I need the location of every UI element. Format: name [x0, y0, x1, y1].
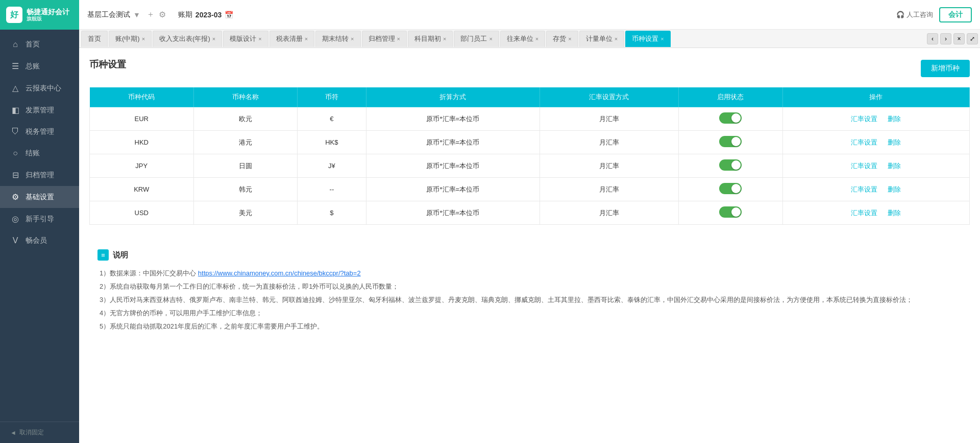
tab-period-end-label: 期末结转 [322, 34, 349, 43]
tab-unit-close[interactable]: × [615, 36, 618, 42]
sidebar-item-home[interactable]: ⌂ 首页 [0, 34, 79, 55]
status-toggle[interactable] [719, 206, 742, 218]
tab-period-end-close[interactable]: × [351, 36, 354, 42]
cell-code: HKD [90, 131, 194, 154]
tab-subject-close[interactable]: × [443, 36, 446, 42]
tab-subject[interactable]: 科目期初 × [408, 31, 453, 47]
rate-setting-link[interactable]: 汇率设置 [851, 209, 877, 217]
tab-tax[interactable]: 税表清册 × [270, 31, 314, 47]
sidebar-item-invoice[interactable]: ◧ 发票管理 [0, 99, 79, 121]
tab-nav-buttons: ‹ › × ⤢ [927, 33, 978, 44]
rate-setting-link[interactable]: 汇率设置 [851, 138, 877, 146]
guide-icon: ◎ [10, 214, 20, 224]
status-toggle[interactable] [719, 183, 742, 194]
tab-dept-close[interactable]: × [489, 36, 492, 42]
tab-partner-close[interactable]: × [535, 36, 538, 42]
tab-currency-label: 币种设置 [632, 34, 658, 43]
status-toggle[interactable] [719, 112, 742, 124]
sidebar-item-ledger-label: 总账 [26, 62, 40, 71]
archive-icon: ⊟ [10, 170, 20, 180]
reports-icon: △ [10, 83, 20, 93]
tab-close-all[interactable]: × [953, 33, 965, 44]
delete-link[interactable]: 删除 [888, 185, 901, 193]
sidebar-item-settings[interactable]: ⚙ 基础设置 [0, 186, 79, 208]
page-content: 币种设置 新增币种 币种代码 币种名称 币符 折算方式 汇率设置方式 启用状态 … [79, 48, 980, 443]
delete-link[interactable]: 删除 [888, 162, 901, 170]
tab-unit[interactable]: 计量单位 × [579, 31, 624, 47]
tab-nav-next[interactable]: › [940, 33, 951, 44]
col-action: 操作 [782, 87, 969, 107]
sidebar-item-tax-label: 税务管理 [26, 127, 54, 136]
cell-status[interactable] [679, 201, 783, 225]
tab-partner[interactable]: 往来单位 × [500, 31, 545, 47]
consult-button[interactable]: 🎧 人工咨询 [896, 10, 933, 19]
delete-link[interactable]: 删除 [888, 115, 901, 123]
cell-method: 原币*汇率=本位币 [366, 154, 540, 178]
notes-external-link[interactable]: https://www.chinamoney.com.cn/chinese/bk… [198, 269, 361, 277]
rate-setting-link[interactable]: 汇率设置 [851, 115, 877, 123]
sidebar-item-archive[interactable]: ⊟ 归档管理 [0, 164, 79, 186]
sidebar-item-reports[interactable]: △ 云报表中心 [0, 77, 79, 99]
tab-nav-prev[interactable]: ‹ [927, 33, 938, 44]
status-toggle[interactable] [719, 159, 742, 171]
tab-zhangqimid-close[interactable]: × [142, 36, 145, 42]
col-code: 币种代码 [90, 87, 194, 107]
tab-inventory[interactable]: 存货 × [546, 31, 578, 47]
tab-income[interactable]: 收入支出表(年报) × [153, 31, 222, 47]
status-toggle[interactable] [719, 136, 742, 147]
new-currency-button[interactable]: 新增币种 [921, 60, 970, 77]
sidebar-item-settlement-label: 结账 [26, 149, 40, 158]
add-tab-btn[interactable]: ＋ [146, 9, 155, 20]
cell-action: 汇率设置 删除 [782, 201, 969, 225]
cell-status[interactable] [679, 154, 783, 178]
cell-code: JPY [90, 154, 194, 178]
col-rate-type: 汇率设置方式 [540, 87, 678, 107]
sidebar-nav: ⌂ 首页 ☰ 总账 △ 云报表中心 ◧ 发票管理 ⛉ 税务管理 ○ 结账 ⊟ 归… [0, 30, 79, 422]
tab-dept[interactable]: 部门员工 × [454, 31, 499, 47]
tab-expand[interactable]: ⤢ [967, 33, 978, 44]
tab-dept-label: 部门员工 [460, 34, 487, 43]
tab-inventory-close[interactable]: × [568, 36, 571, 42]
settings-icon: ⚙ [10, 192, 20, 202]
rate-setting-link[interactable]: 汇率设置 [851, 185, 877, 193]
sidebar-item-member[interactable]: V 畅会员 [0, 230, 79, 251]
company-selector[interactable]: 基层工会测试 ▼ [87, 10, 140, 19]
tab-template[interactable]: 模版设计 × [223, 31, 268, 47]
tab-home[interactable]: 首页 [81, 31, 108, 47]
col-symbol: 币符 [298, 87, 366, 107]
period-label: 账期 [178, 10, 192, 19]
tab-archive-close[interactable]: × [397, 36, 400, 42]
calendar-icon[interactable]: 📅 [225, 11, 233, 19]
notes-title: ≡ 说明 [97, 249, 962, 261]
tab-currency[interactable]: 币种设置 × [625, 31, 670, 47]
cell-status[interactable] [679, 107, 783, 131]
tab-tax-close[interactable]: × [305, 36, 308, 42]
cell-symbol: $ [298, 201, 366, 225]
table-row: EUR 欧元 € 原币*汇率=本位币 月汇率 汇率设置 删除 [90, 107, 970, 131]
sidebar-item-settlement[interactable]: ○ 结账 [0, 143, 79, 164]
sidebar-item-guide[interactable]: ◎ 新手引导 [0, 208, 79, 230]
tab-period-end[interactable]: 期末结转 × [315, 31, 360, 47]
tab-template-close[interactable]: × [258, 36, 261, 42]
cell-status[interactable] [679, 131, 783, 154]
sidebar-item-tax[interactable]: ⛉ 税务管理 [0, 121, 79, 143]
tab-partner-label: 往来单位 [507, 34, 533, 43]
tab-currency-close[interactable]: × [660, 36, 664, 42]
sidebar-item-archive-label: 归档管理 [26, 171, 54, 180]
sidebar-item-ledger[interactable]: ☰ 总账 [0, 55, 79, 77]
delete-link[interactable]: 删除 [888, 138, 901, 146]
kuaiji-button[interactable]: 会计 [939, 7, 972, 22]
notes-list: 1）数据来源：中国外汇交易中心 https://www.chinamoney.c… [97, 267, 962, 333]
delete-link[interactable]: 删除 [888, 209, 901, 217]
sidebar-pin-toggle[interactable]: ◄ 取消固定 [0, 422, 79, 443]
currency-table: 币种代码 币种名称 币符 折算方式 汇率设置方式 启用状态 操作 EUR 欧元 … [89, 87, 970, 225]
cell-code: EUR [90, 107, 194, 131]
tab-income-close[interactable]: × [212, 36, 215, 42]
tab-archive[interactable]: 归档管理 × [362, 31, 407, 47]
settlement-icon: ○ [10, 149, 20, 158]
table-row: KRW 韩元 -- 原币*汇率=本位币 月汇率 汇率设置 删除 [90, 178, 970, 201]
rate-setting-link[interactable]: 汇率设置 [851, 162, 877, 170]
cell-status[interactable] [679, 178, 783, 201]
tab-zhangqimid[interactable]: 账(中期) × [109, 31, 152, 47]
settings-gear-icon[interactable]: ⚙ [159, 10, 166, 19]
